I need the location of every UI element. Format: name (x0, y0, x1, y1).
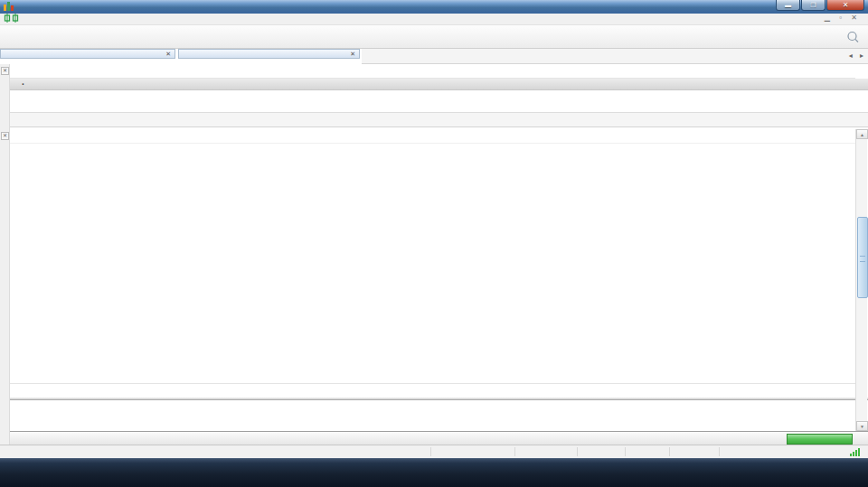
mdi-window-controls[interactable]: ▁ ▫ ✕ (825, 14, 861, 22)
navigator-panel-header[interactable]: ✕ (178, 49, 360, 59)
maximize-button[interactable]: ❐ (801, 0, 826, 11)
trade-table-header (10, 64, 855, 79)
menubar: ▁ ▫ ✕ (0, 14, 868, 25)
navigator-close-icon[interactable]: ✕ (350, 51, 355, 58)
profit-preview-chart (10, 400, 855, 431)
toolbar (0, 25, 868, 49)
status-bar (0, 445, 868, 458)
strategy-tester-tab-bar (10, 431, 868, 445)
balance-text (22, 80, 24, 89)
app-icon (4, 1, 14, 13)
minimize-button[interactable]: ▬ (776, 0, 800, 11)
toolbox-vertical-label (1, 89, 10, 131)
report-close-icon[interactable]: ✕ (1, 132, 9, 140)
connection-status (850, 447, 863, 456)
scroll-down-icon[interactable]: ▼ (856, 421, 868, 431)
tab-scroll-arrows[interactable]: ◂ ▸ (849, 52, 866, 60)
left-panel-strip: ✕ ✕ (0, 64, 10, 445)
screen: { "window": { "title": "30827129 - Deriv… (0, 0, 868, 487)
close-button[interactable]: ✕ (826, 0, 864, 11)
taskbar (0, 458, 868, 487)
chart-tab-strip (362, 49, 868, 64)
scrollbar-thumb[interactable] (857, 217, 868, 298)
panel-close-icon[interactable]: ✕ (1, 67, 9, 75)
start-button[interactable] (787, 434, 853, 445)
correlation-row (10, 383, 855, 397)
toolbox-tab-bar (10, 112, 868, 127)
balance-row[interactable] (10, 79, 868, 90)
metatrader-icon (4, 13, 20, 25)
signal-bars-icon (850, 447, 861, 456)
market-watch-close-icon[interactable]: ✕ (165, 51, 171, 58)
search-icon[interactable] (843, 28, 863, 46)
backtest-summary-row[interactable] (10, 129, 855, 144)
titlebar: ▬ ❐ ✕ (0, 0, 868, 14)
market-watch-panel-header[interactable]: ✕ (0, 49, 175, 59)
scroll-up-icon[interactable]: ▲ (856, 129, 868, 139)
vertical-scrollbar[interactable]: ▲ ▼ (855, 129, 867, 431)
